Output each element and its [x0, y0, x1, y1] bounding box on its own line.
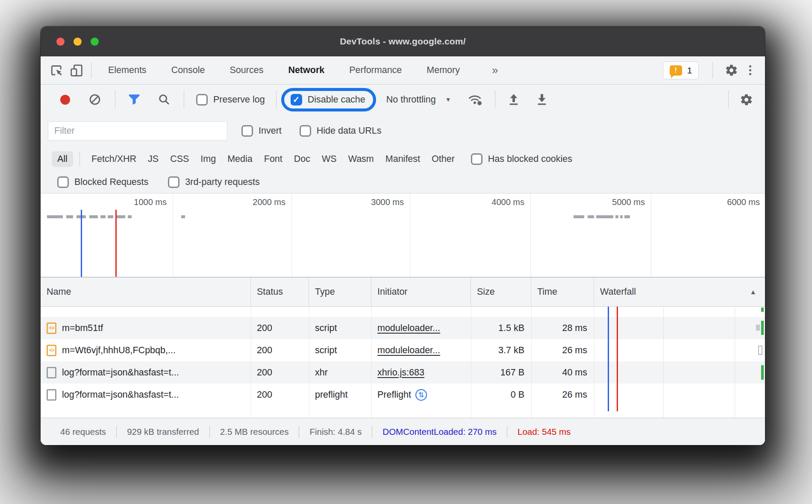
- type-filter-ws[interactable]: WS: [322, 154, 337, 164]
- preflight-cors-icon[interactable]: ⇅: [415, 389, 427, 401]
- tab-sources[interactable]: Sources: [218, 56, 276, 85]
- tab-performance[interactable]: Performance: [337, 56, 414, 85]
- more-tabs-chevron-icon[interactable]: »: [483, 56, 506, 85]
- waterfall-cell: [594, 339, 765, 361]
- type-filter-all[interactable]: All: [52, 151, 73, 167]
- close-button[interactable]: [56, 38, 65, 46]
- tab-network[interactable]: Network: [276, 56, 337, 85]
- settings-gear-icon[interactable]: [725, 64, 738, 77]
- inspect-element-icon[interactable]: [48, 62, 65, 79]
- type-filter-other[interactable]: Other: [432, 154, 455, 164]
- waterfall-bar: [756, 325, 760, 331]
- filter-funnel-icon[interactable]: [128, 94, 140, 105]
- hide-data-urls-checkbox[interactable]: [300, 125, 311, 137]
- timeline-gridline: [291, 193, 292, 277]
- throttling-select[interactable]: No throttling ▼: [386, 94, 451, 105]
- network-overview-timeline[interactable]: 1000 ms 2000 ms 3000 ms 4000 ms 5000 ms …: [41, 193, 765, 277]
- table-row[interactable]: <> m=bm51tf 200 script moduleloader... 1…: [41, 317, 765, 339]
- column-header-name[interactable]: Name: [41, 278, 251, 306]
- type-filter-manifest[interactable]: Manifest: [385, 154, 420, 164]
- timeline-gridline: [530, 193, 531, 277]
- invert-checkbox[interactable]: [241, 125, 253, 137]
- preserve-log-label[interactable]: Preserve log: [213, 94, 265, 105]
- overview-activity-bar: [100, 215, 106, 218]
- table-row[interactable]: log?format=json&hasfast=t... 200 preflig…: [41, 384, 765, 406]
- column-header-time[interactable]: Time: [531, 278, 594, 306]
- has-blocked-cookies-checkbox[interactable]: [471, 153, 482, 165]
- initiator-cell: xhrio.js:683: [371, 361, 471, 384]
- hide-data-urls-label[interactable]: Hide data URLs: [317, 126, 382, 136]
- invert-label[interactable]: Invert: [259, 126, 282, 136]
- divider: [209, 426, 210, 438]
- clear-network-log-icon[interactable]: [89, 94, 101, 105]
- type-filter-img[interactable]: Img: [200, 154, 216, 164]
- export-har-icon[interactable]: [536, 94, 547, 105]
- column-header-initiator[interactable]: Initiator: [371, 278, 471, 306]
- divider: [276, 91, 277, 108]
- network-conditions-icon[interactable]: [468, 93, 483, 106]
- requests-count: 46 requests: [60, 427, 106, 437]
- divider: [712, 62, 713, 79]
- type-filter-wasm[interactable]: Wasm: [348, 154, 374, 164]
- tab-memory[interactable]: Memory: [414, 56, 472, 85]
- waterfall-dcl-marker: [608, 307, 609, 411]
- column-header-status[interactable]: Status: [251, 278, 309, 306]
- waterfall-bar: [758, 346, 762, 355]
- initiator-cell: moduleloader...: [371, 317, 471, 339]
- type-filter-media[interactable]: Media: [227, 154, 253, 164]
- initiator-text: Preflight: [377, 390, 411, 400]
- search-icon[interactable]: [158, 94, 170, 105]
- type-filter-row: All Fetch/XHR JS CSS Img Media Font Doc …: [41, 147, 765, 171]
- disable-cache-label[interactable]: Disable cache: [308, 94, 365, 105]
- timeline-tick-label: 3000 ms: [371, 197, 404, 207]
- time-cell: 28 ms: [531, 317, 594, 339]
- column-header-size[interactable]: Size: [471, 278, 531, 306]
- table-row[interactable]: <> m=Wt6vjf,hhhU8,FCpbqb,... 200 script …: [41, 339, 765, 361]
- device-toolbar-icon[interactable]: [68, 62, 85, 79]
- type-cell: xhr: [309, 361, 371, 384]
- column-divider: [309, 307, 309, 418]
- tab-elements[interactable]: Elements: [96, 56, 159, 85]
- overview-activity-bar: [108, 215, 113, 218]
- devtools-tab-bar: Elements Console Sources Network Perform…: [41, 56, 765, 85]
- resources-size: 2.5 MB resources: [220, 427, 289, 437]
- column-header-type[interactable]: Type: [309, 278, 371, 306]
- third-party-requests-label[interactable]: 3rd-party requests: [185, 177, 259, 188]
- time-cell: 26 ms: [531, 339, 594, 361]
- record-button[interactable]: [60, 95, 70, 105]
- issues-count: 1: [687, 65, 692, 76]
- waterfall-bar: [761, 365, 764, 380]
- blocked-requests-checkbox[interactable]: [57, 176, 69, 188]
- filter-input[interactable]: [48, 121, 227, 141]
- import-har-icon[interactable]: [508, 94, 519, 105]
- request-filter-row: Blocked Requests 3rd-party requests: [41, 171, 765, 193]
- type-filter-css[interactable]: CSS: [170, 154, 189, 164]
- document-file-icon: [47, 389, 56, 401]
- issues-counter-button[interactable]: ! 1: [663, 62, 699, 79]
- third-party-requests-checkbox[interactable]: [168, 176, 179, 188]
- divider: [115, 91, 115, 108]
- initiator-link[interactable]: xhrio.js:683: [377, 367, 424, 378]
- table-row[interactable]: log?format=json&hasfast=t... 200 xhr xhr…: [41, 361, 765, 384]
- has-blocked-cookies-label[interactable]: Has blocked cookies: [488, 154, 572, 164]
- timeline-tick-label: 1000 ms: [134, 197, 167, 207]
- network-settings-gear-icon[interactable]: [740, 93, 753, 106]
- tab-console[interactable]: Console: [159, 56, 218, 85]
- column-header-waterfall[interactable]: Waterfall ▲: [594, 278, 765, 306]
- disable-cache-checkbox[interactable]: ✓: [291, 94, 302, 105]
- type-filter-font[interactable]: Font: [264, 154, 282, 164]
- blocked-requests-label[interactable]: Blocked Requests: [74, 177, 148, 188]
- sort-ascending-icon: ▲: [750, 288, 756, 296]
- initiator-link[interactable]: moduleloader...: [377, 323, 440, 334]
- requests-table-header: Name Status Type Initiator Size Time Wat…: [41, 277, 765, 307]
- kebab-menu-icon[interactable]: [746, 65, 755, 75]
- minimize-button[interactable]: [74, 38, 82, 46]
- zoom-button[interactable]: [91, 38, 99, 46]
- timeline-tick-label: 4000 ms: [491, 197, 524, 207]
- initiator-link[interactable]: moduleloader...: [377, 345, 440, 356]
- type-filter-js[interactable]: JS: [148, 154, 159, 164]
- filter-row: Invert Hide data URLs: [41, 114, 765, 147]
- type-filter-doc[interactable]: Doc: [294, 154, 310, 164]
- type-filter-fetch-xhr[interactable]: Fetch/XHR: [91, 154, 136, 164]
- preserve-log-checkbox[interactable]: [196, 94, 208, 105]
